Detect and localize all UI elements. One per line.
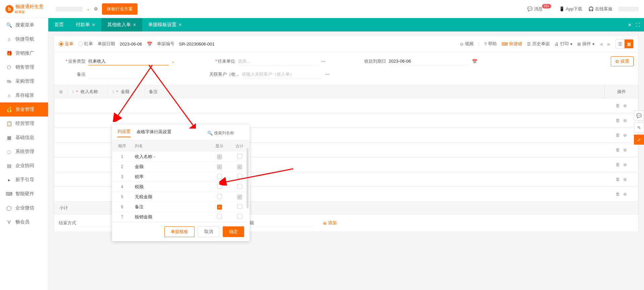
app-download-link[interactable]: 📱 App下载 <box>559 6 582 12</box>
message-label: 消息 <box>534 6 543 12</box>
message-icon: 💬 <box>527 6 533 11</box>
logo-icon: b <box>5 5 13 13</box>
logo-area: b 畅捷通好生意 标准版 <box>5 4 49 14</box>
online-service-link[interactable]: 🎧 在线客服 <box>588 6 612 12</box>
headset-icon: 🎧 <box>588 6 594 11</box>
top-header: b 畅捷通好生意 标准版 ⌄ ⚙ 体验行业方案 💬 消息 99+ 📱 App下载… <box>0 0 644 18</box>
phone-icon: 📱 <box>559 6 565 11</box>
experience-plan-button[interactable]: 体验行业方案 <box>102 3 138 15</box>
message-badge: 99+ <box>542 4 551 8</box>
logo-text: 畅捷通好生意 <box>15 4 44 10</box>
header-right: 💬 消息 99+ 📱 App下载 🎧 在线客服 <box>527 6 639 12</box>
user-placeholder <box>619 7 639 11</box>
logo-subtitle: 标准版 <box>15 10 44 14</box>
header-left: ⌄ ⚙ 体验行业方案 <box>56 3 138 15</box>
messages-link[interactable]: 💬 消息 99+ <box>527 6 553 12</box>
org-name-placeholder <box>56 7 83 11</box>
gear-icon[interactable]: ⚙ <box>94 6 98 11</box>
chevron-down-icon[interactable]: ⌄ <box>87 7 90 11</box>
